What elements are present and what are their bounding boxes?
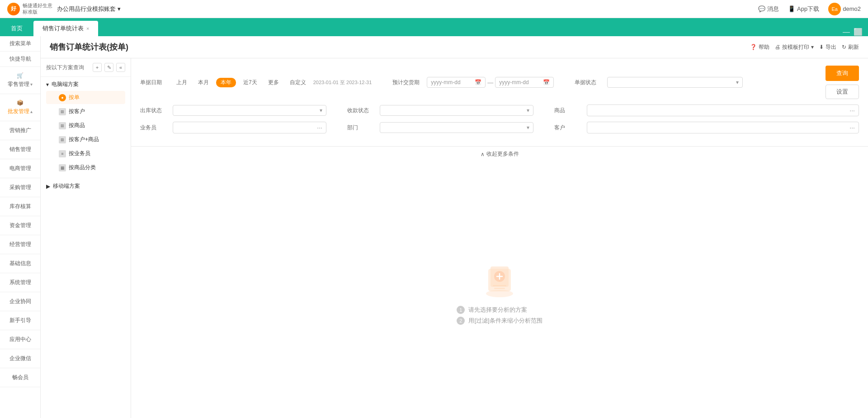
expected-date-start[interactable]: yyyy-mm-dd 📅 xyxy=(427,77,486,88)
logo-text: 畅捷通好生意 标准版 xyxy=(23,3,52,14)
user-area[interactable]: Ea demo2 xyxy=(828,3,861,15)
add-scheme-button[interactable]: + xyxy=(93,63,102,72)
edit-scheme-button[interactable]: ✎ xyxy=(104,63,113,72)
sidebar-item-sales[interactable]: 销售管理 xyxy=(0,140,40,159)
date-btn-last-month[interactable]: 上月 xyxy=(173,78,191,87)
sidebar: 搜索菜单 快捷导航 🛒 零售管理 ▾ 📦 批发管理 ▴ 营销推广 销售管理 电商… xyxy=(0,36,41,418)
export-icon: ⬇ xyxy=(819,44,824,50)
sidebar-item-finance[interactable]: 资金管理 xyxy=(0,216,40,235)
chevron-up-icon: ∧ xyxy=(481,151,485,157)
sidebar-item-retail[interactable]: 🛒 零售管理 ▾ xyxy=(0,67,40,94)
mobile-icon: 📱 xyxy=(788,5,795,12)
empty-hint-1: 1 请先选择要分析的方案 xyxy=(457,306,542,314)
status-select[interactable]: ▾ xyxy=(607,77,743,88)
date-btn-more[interactable]: 更多 xyxy=(264,78,283,87)
chevron-down-icon: ▾ xyxy=(527,107,529,114)
top-bar-left: 好 畅捷通好生意 标准版 办公用品行业模拟账套 ▾ xyxy=(7,3,121,15)
sidebar-item-member[interactable]: 畅会员 xyxy=(0,368,40,387)
collapse-scheme-button[interactable]: « xyxy=(116,63,125,72)
calendar-icon-2: 📅 xyxy=(543,79,550,86)
sidebar-item-ecommerce[interactable]: 电商管理 xyxy=(0,159,40,178)
tab-close-button[interactable]: × xyxy=(86,26,89,31)
category-icon: ▦ xyxy=(59,164,66,171)
scheme-item-by-salesman[interactable]: ≡ 按业务员 xyxy=(46,147,125,160)
sidebar-item-marketing[interactable]: 营销推广 xyxy=(0,121,40,140)
ship-status-select[interactable]: ▾ xyxy=(173,105,326,116)
date-btn-7days[interactable]: 近7天 xyxy=(240,78,261,87)
chevron-down-icon: ▾ xyxy=(30,82,33,87)
product-icon: ⊞ xyxy=(59,122,66,129)
product-more-icon[interactable]: ··· xyxy=(849,107,855,114)
message-icon: 💬 xyxy=(758,5,765,12)
scheme-panel-header: 按以下方案查询 + ✎ « xyxy=(41,58,131,77)
search-button[interactable]: 查询 xyxy=(826,66,859,81)
tab-sales-order-stat[interactable]: 销售订单统计表 × xyxy=(33,21,98,36)
sidebar-item-system[interactable]: 系统管理 xyxy=(0,273,40,292)
salesman-input[interactable]: ··· xyxy=(173,122,326,133)
sidebar-item-search[interactable]: 搜索菜单 xyxy=(0,36,40,52)
page-title: 销售订单统计表(按单) xyxy=(50,42,128,58)
scheme-item-by-cust-prod[interactable]: ⊞ 按客户+商品 xyxy=(46,133,125,146)
settings-button[interactable]: 设置 xyxy=(826,85,859,99)
department-label: 部门 xyxy=(347,124,373,132)
date-btn-this-year[interactable]: 本年 xyxy=(216,78,236,87)
status-label: 单据状态 xyxy=(575,79,600,86)
mobile-section-toggle[interactable]: ▶ 移动端方案 xyxy=(46,182,125,190)
order-icon: ● xyxy=(59,94,66,101)
chevron-right-icon: ▶ xyxy=(46,183,50,190)
app-download-button[interactable]: 📱 App下载 xyxy=(788,5,819,13)
cust-prod-icon: ⊞ xyxy=(59,136,66,143)
avatar: Ea xyxy=(828,3,841,15)
sidebar-item-quicknav[interactable]: 快捷导航 xyxy=(0,52,40,67)
sidebar-item-basic[interactable]: 基础信息 xyxy=(0,254,40,273)
empty-hint-2: 2 用[过滤]条件来缩小分析范围 xyxy=(457,317,542,325)
chevron-down-icon: ▾ xyxy=(736,79,739,86)
hint-num-1: 1 xyxy=(457,306,465,314)
customer-more-icon[interactable]: ··· xyxy=(849,124,855,131)
date-btn-this-month[interactable]: 本月 xyxy=(194,78,212,87)
date-range-display: 2023-01-01 至 2023-12-31 xyxy=(313,79,372,86)
scheme-item-by-order[interactable]: ● 按单 xyxy=(46,91,125,104)
expected-date-end[interactable]: yyyy-mm-dd 📅 xyxy=(495,77,554,88)
template-print-button[interactable]: 🖨 按模板打印 ▾ xyxy=(775,43,814,51)
sidebar-item-wechat[interactable]: 企业微信 xyxy=(0,349,40,368)
help-button[interactable]: ❓ 帮助 xyxy=(750,43,769,51)
expected-date-input: yyyy-mm-dd 📅 — yyyy-mm-dd 📅 xyxy=(427,77,554,88)
scheme-item-by-product[interactable]: ⊞ 按商品 xyxy=(46,119,125,132)
sidebar-item-operations[interactable]: 经营管理 xyxy=(0,235,40,254)
customer-label: 客户 xyxy=(554,124,580,132)
customer-input[interactable]: ··· xyxy=(587,122,859,133)
sidebar-item-guide[interactable]: 新手引导 xyxy=(0,311,40,330)
sidebar-item-purchase[interactable]: 采购管理 xyxy=(0,178,40,197)
product-input[interactable]: ··· xyxy=(587,104,859,116)
content-panels: 按以下方案查询 + ✎ « ▾ 电脑端方案 ● 按单 xyxy=(41,58,868,418)
sidebar-item-inventory[interactable]: 库存核算 xyxy=(0,197,40,216)
filter-section: 单据日期 上月 本月 本年 近7天 更多 自定义 2023-01-01 至 20… xyxy=(131,58,868,162)
ship-status-label: 出库状态 xyxy=(140,107,165,114)
tab-home[interactable]: 首页 xyxy=(2,21,32,36)
scheme-item-by-category[interactable]: ▦ 按商品分类 xyxy=(46,161,125,174)
message-button[interactable]: 💬 消息 xyxy=(758,5,779,13)
top-bar-title[interactable]: 办公用品行业模拟账套 ▾ xyxy=(57,5,121,13)
refresh-button[interactable]: ↻ 刷新 xyxy=(842,43,859,51)
dropdown-icon[interactable]: ▾ xyxy=(118,5,121,12)
scheme-panel: 按以下方案查询 + ✎ « ▾ 电脑端方案 ● 按单 xyxy=(41,58,131,418)
empty-hints: 1 请先选择要分析的方案 2 用[过滤]条件来缩小分析范围 xyxy=(457,306,542,325)
filter-row-2: 出库状态 ▾ 收款状态 ▾ 商品 xyxy=(140,104,859,116)
maximize-button[interactable]: ⬜ xyxy=(854,28,863,36)
salesman-more-icon[interactable]: ··· xyxy=(317,124,322,131)
sidebar-item-wholesale[interactable]: 📦 批发管理 ▴ xyxy=(0,94,40,121)
chevron-down-icon: ▾ xyxy=(320,107,322,114)
export-button[interactable]: ⬇ 导出 xyxy=(819,43,836,51)
refresh-icon: ↻ xyxy=(842,44,846,50)
receipt-status-select[interactable]: ▾ xyxy=(380,105,533,116)
minimize-button[interactable]: — xyxy=(843,28,850,36)
pc-section-toggle[interactable]: ▾ 电脑端方案 xyxy=(46,81,125,88)
sidebar-item-corp[interactable]: 企业协同 xyxy=(0,292,40,311)
mobile-scheme-section: ▶ 移动端方案 xyxy=(41,179,131,196)
date-btn-custom[interactable]: 自定义 xyxy=(286,78,310,87)
scheme-item-by-customer[interactable]: ⊞ 按客户 xyxy=(46,105,125,118)
department-select[interactable]: ▾ xyxy=(380,122,533,133)
collapse-filters-button[interactable]: ∧ 收起更多条件 xyxy=(131,147,868,162)
sidebar-item-apps[interactable]: 应用中心 xyxy=(0,330,40,349)
